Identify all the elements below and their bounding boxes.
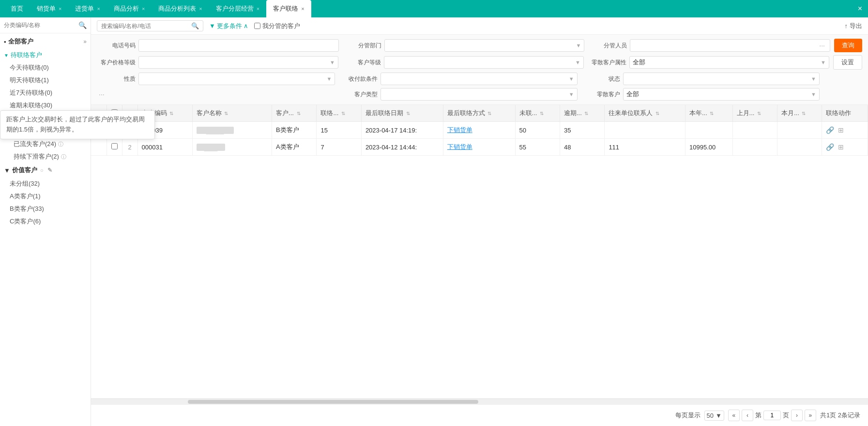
nav-goods-list-close[interactable]: × <box>199 0 202 17</box>
filter-row-4: ··· 客户类型 ▼ 零散客户 全部 ▼ <box>97 88 862 101</box>
sidebar-pending-today[interactable]: 今天待联络(0) <box>0 61 91 74</box>
col-last-method[interactable]: 最后联络方式 ⇅ <box>443 105 515 122</box>
row2-grid-icon[interactable]: ⊞ <box>838 143 844 151</box>
sidebar-class-b[interactable]: B类客户(33) <box>0 203 91 215</box>
page-next-btn[interactable]: › <box>791 410 803 421</box>
sidebar-pending-7days[interactable]: 近7天待联络(0) <box>0 87 91 99</box>
scroll-thumb[interactable] <box>188 400 478 404</box>
search-icon[interactable]: 🔍 <box>191 22 199 29</box>
customer-level-arrow: ▼ <box>575 59 580 65</box>
export-icon: ↑ <box>845 22 848 29</box>
filter-customer-level-select[interactable]: ▼ <box>384 56 584 69</box>
sidebar-declining[interactable]: 持续下滑客户(2) ⓘ <box>0 150 91 163</box>
filter-retail-attr-label: 零散客户属性 <box>588 59 626 67</box>
sidebar-lost-customers[interactable]: 已流失客户(24) ⓘ <box>0 138 91 150</box>
export-btn[interactable]: ↑ 导出 <box>845 22 863 30</box>
row1-last-method-link[interactable]: 下销货单 <box>447 126 472 133</box>
sidebar-class-c[interactable]: C类客户(6) <box>0 215 91 228</box>
page-first-btn[interactable]: « <box>728 410 740 421</box>
row2-checkbox[interactable] <box>111 143 118 149</box>
row1-grid-icon[interactable]: ⊞ <box>838 126 844 134</box>
query-button[interactable]: 查询 <box>834 39 862 52</box>
nav-home[interactable]: 首页 <box>4 0 30 17</box>
filter-customer-type-select[interactable]: ▼ <box>381 88 577 101</box>
sidebar-all-customers-title[interactable]: ▪ 全部客户 » <box>0 33 91 48</box>
sidebar-class-a[interactable]: A类客户(1) <box>0 190 91 203</box>
app-close-button[interactable]: × <box>858 4 862 13</box>
filter-retail-customer-select[interactable]: 全部 ▼ <box>623 88 820 101</box>
value-edit-icon[interactable]: ✎ <box>47 167 52 174</box>
nav-sales-close[interactable]: × <box>59 0 61 17</box>
nav-goods-analysis[interactable]: 商品分析 × <box>107 0 152 17</box>
row1-last-month <box>732 122 777 139</box>
filter-customer-level-label: 客户等级 <box>342 59 381 67</box>
sidebar-ungrouped[interactable]: 未分组(32) <box>0 177 91 190</box>
col-category[interactable]: 客户... ⇅ <box>272 105 317 122</box>
my-customers-checkbox[interactable] <box>254 23 260 29</box>
filter-dept-label: 分管部门 <box>343 42 381 50</box>
nav-goods-list[interactable]: 商品分析列表 × <box>152 0 209 17</box>
nav-goods-analysis-close[interactable]: × <box>142 0 145 17</box>
page-prev-btn[interactable]: ‹ <box>742 410 753 421</box>
dept-select-arrow: ▼ <box>576 43 581 48</box>
col-contact-count[interactable]: 联络... ⇅ <box>317 105 361 122</box>
filter-retail-attr-select[interactable]: 全部 ▼ <box>629 56 829 69</box>
search-input[interactable] <box>101 23 189 29</box>
filter-icon: ▼ <box>209 22 215 29</box>
row2-last-method-link[interactable]: 下销货单 <box>447 143 472 150</box>
sidebar-collapse-btn[interactable]: » <box>83 38 87 45</box>
col-company-contacts[interactable]: 往来单位联系人 ⇅ <box>605 105 685 122</box>
filter-status: 状态 ▼ <box>581 73 820 85</box>
nav-customer-contact[interactable]: 客户联络 × <box>266 0 311 17</box>
col-name[interactable]: 客户名称 ⇅ <box>192 105 272 122</box>
row1-link-icon[interactable]: 🔗 <box>826 126 834 134</box>
page-number-input[interactable] <box>763 411 781 420</box>
col-uncontacted[interactable]: 未联... ⇅ <box>515 105 560 122</box>
declining-info-icon[interactable]: ⓘ <box>61 154 66 160</box>
col-this-year[interactable]: 本年... ⇅ <box>685 105 733 122</box>
col-last-month[interactable]: 上月... ⇅ <box>732 105 777 122</box>
row2-overdue: 48 <box>560 139 604 156</box>
filter-payment-select[interactable]: ▼ <box>381 73 577 85</box>
nav-customer-tier-close[interactable]: × <box>257 0 259 17</box>
sidebar-pending-group[interactable]: ▼ 待联络客户 <box>0 49 91 61</box>
nature-arrow: ▼ <box>326 76 332 82</box>
my-customers-checkbox-wrap[interactable]: 我分管的客户 <box>254 22 300 30</box>
col-last-month-sort: ⇅ <box>757 111 761 116</box>
row1-last-date: 2023-04-17 14:19: <box>361 122 443 139</box>
page-last-btn[interactable]: » <box>805 410 816 421</box>
row2-code: 000031 <box>137 139 192 156</box>
filter-price-level-select[interactable]: ▼ <box>138 56 338 69</box>
more-conditions-arrow: ∧ <box>244 22 248 29</box>
filter-person-select[interactable]: ··· <box>630 39 830 52</box>
more-conditions-btn[interactable]: ▼ 更多条件 ∧ <box>209 22 248 30</box>
filter-retail-customer: 零散客户 全部 ▼ <box>581 88 820 101</box>
col-this-month[interactable]: 本月... ⇅ <box>777 105 822 122</box>
nav-customer-tier[interactable]: 客户分层经营 × <box>209 0 266 17</box>
row2-link-icon[interactable]: 🔗 <box>826 143 834 151</box>
person-dots-btn[interactable]: ··· <box>817 42 827 49</box>
col-overdue[interactable]: 逾期... ⇅ <box>560 105 604 122</box>
lost-customers-info-icon[interactable]: ⓘ <box>58 141 63 147</box>
filter-dept: 分管部门 ▼ <box>343 39 585 52</box>
nav-purchase-close[interactable]: × <box>97 0 100 17</box>
filter-phone-input[interactable] <box>138 39 339 52</box>
sidebar-search-icon[interactable]: 🔍 <box>78 21 87 29</box>
settings-button[interactable]: 设置 <box>833 55 862 70</box>
per-page-select[interactable]: 50 ▼ <box>704 411 724 421</box>
filter-dept-select[interactable]: ▼ <box>384 39 585 52</box>
filter-retail-attr: 零散客户属性 全部 ▼ <box>588 56 829 69</box>
filter-status-select[interactable]: ▼ <box>623 73 820 85</box>
nav-sales[interactable]: 销货单 × <box>30 0 68 17</box>
page-unit-label: 页 <box>783 411 789 420</box>
sidebar-pending-tomorrow[interactable]: 明天待联络(1) <box>0 74 91 87</box>
horizontal-scrollbar[interactable] <box>91 398 868 404</box>
filter-nature-select[interactable]: ▼ <box>138 73 335 85</box>
nav-customer-contact-close[interactable]: × <box>301 0 304 17</box>
sidebar-value-group[interactable]: ▼ 价值客户 ○ ✎ <box>0 163 91 177</box>
nav-purchase[interactable]: 进货单 × <box>68 0 107 17</box>
row4-dots-btn[interactable]: ··· <box>97 90 107 98</box>
col-year-sort: ⇅ <box>710 111 714 116</box>
sidebar-search-input[interactable] <box>4 22 76 29</box>
col-last-date[interactable]: 最后联络日期 ⇅ <box>361 105 443 122</box>
